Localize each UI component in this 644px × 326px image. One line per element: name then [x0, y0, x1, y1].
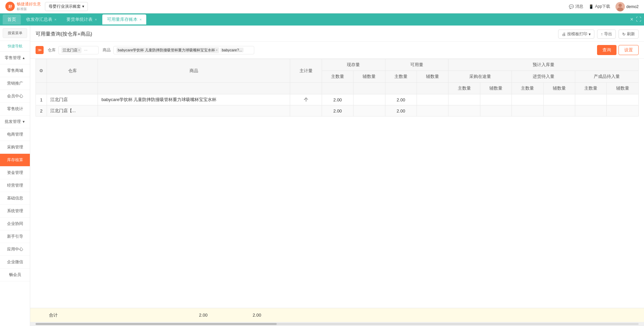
tab-receive-summary[interactable]: 收发存汇总表 ×	[21, 14, 61, 25]
col-production-main: 主数量	[575, 83, 607, 94]
product-tag-1-remove[interactable]: ×	[216, 48, 218, 52]
logo-area: 好 畅捷通好生意 标准版	[5, 2, 41, 11]
sidebar-item-new-guide[interactable]: 新手引导	[0, 230, 30, 243]
tab-home[interactable]: 首页	[3, 14, 21, 25]
row-2-index: 2	[36, 105, 47, 117]
sidebar-item-changhui[interactable]: 畅会员	[0, 269, 30, 281]
sidebar-item-purchase-mgmt[interactable]: 采购管理	[0, 141, 30, 154]
col-product: 商品	[98, 59, 290, 83]
sidebar-item-operations[interactable]: 经营管理	[0, 179, 30, 192]
sidebar-item-enterprise-label: 企业协同	[7, 221, 23, 227]
nav-controls: × ⛶	[630, 16, 644, 22]
warehouse-tag-value: 江北门店	[63, 48, 77, 53]
row-2-warehouse: 江北门店【...	[47, 105, 98, 117]
sidebar-item-purchase-mgmt-label: 采购管理	[7, 144, 23, 150]
sidebar-item-inventory[interactable]: 库存核算	[0, 154, 30, 167]
app-icon: 📱	[589, 4, 594, 9]
sidebar-item-marketing-label: 营销推广	[7, 81, 23, 86]
sidebar-item-app-center[interactable]: 应用中心	[0, 243, 30, 256]
message-button[interactable]: 💬 消息	[569, 4, 583, 9]
sidebar-item-wholesale-mgmt[interactable]: 批发管理 ▼	[0, 115, 30, 128]
product-filter-input[interactable]: babycare学饮杯 儿童防摔防撞吸管杯重力球吸嘴杯宝宝水杯 × babyca…	[113, 46, 254, 54]
col-warehouse-sub	[47, 83, 98, 94]
tab-receive-summary-close[interactable]: ×	[54, 17, 56, 21]
scroll-bar-thumb[interactable]	[36, 323, 277, 325]
industry-name: 母婴行业演示账套	[49, 4, 81, 9]
top-bar-left: 好 畅捷通好生意 标准版 母婴行业演示账套 ▾	[5, 2, 88, 11]
print-label: 按模板打印	[567, 31, 587, 37]
row-1-production-main	[575, 94, 607, 105]
row-2-main-unit	[290, 105, 322, 117]
col-product-sub	[98, 83, 290, 94]
filter-toggle-button[interactable]: ≫	[36, 46, 44, 54]
sidebar-item-enterprise-wx[interactable]: 企业微信	[0, 256, 30, 269]
sidebar-item-retail-mgmt[interactable]: 零售管理 ▲	[0, 52, 30, 64]
col-available-main: 主数量	[385, 71, 417, 83]
settings-button[interactable]: 设置	[619, 45, 639, 55]
product-filter-group: 商品 babycare学饮杯 儿童防摔防撞吸管杯重力球吸嘴杯宝宝水杯 × bab…	[103, 46, 254, 54]
sidebar-item-retail-mall[interactable]: 零售商城	[0, 64, 30, 77]
product-tag-1: babycare学饮杯 儿童防摔防撞吸管杯重力球吸嘴杯宝宝水杯 ×	[116, 47, 219, 53]
col-purchase-transit: 采购在途量	[448, 71, 512, 83]
col-current-stock: 现存量	[322, 59, 385, 71]
expand-button[interactable]: ⛶	[636, 16, 641, 22]
refresh-icon: ↻	[622, 32, 626, 37]
query-button[interactable]: 查询	[597, 45, 616, 55]
row-2-current-main: 2.00	[322, 105, 353, 117]
chevron-icon: ▲	[22, 56, 25, 60]
tab-order-stats[interactable]: 要货单统计表 ×	[62, 14, 101, 25]
export-label: 导出	[604, 31, 612, 37]
username: demo2	[626, 4, 639, 9]
sidebar-item-member-center[interactable]: 会员中心	[0, 90, 30, 103]
warehouse-filter-input[interactable]: 江北门店 × ···	[58, 46, 99, 54]
industry-selector[interactable]: 母婴行业演示账套 ▾	[45, 2, 88, 11]
row-1-incoming-aux	[543, 94, 575, 105]
tab-available-inventory-close[interactable]: ×	[140, 17, 142, 21]
sidebar-item-basic-info[interactable]: 基础信息	[0, 192, 30, 205]
warehouse-tag-remove[interactable]: ×	[78, 48, 80, 52]
warehouse-more-icon[interactable]: ···	[83, 48, 89, 52]
row-2-product	[98, 105, 290, 117]
sidebar-item-enterprise-wx-label: 企业微信	[7, 259, 23, 265]
app-download-button[interactable]: 📱 App下载	[589, 4, 610, 9]
refresh-button[interactable]: ↻ 刷新	[619, 30, 639, 39]
filter-bar: ≫ 仓库 江北门店 × ··· 商品 babycare	[30, 42, 644, 59]
sidebar-item-retail-mall-label: 零售商城	[7, 68, 23, 74]
quick-nav-button[interactable]: 快捷导航	[0, 41, 30, 52]
close-tab-button[interactable]: ×	[630, 16, 633, 22]
export-button[interactable]: ↑ 导出	[597, 30, 616, 39]
sidebar-item-enterprise[interactable]: 企业协同	[0, 218, 30, 230]
row-1-main-unit: 个	[290, 94, 322, 105]
tab-order-stats-close[interactable]: ×	[95, 17, 97, 21]
message-icon: 💬	[569, 4, 574, 9]
row-2-available-main: 2.00	[385, 105, 417, 117]
sidebar-item-marketing[interactable]: 营销推广	[0, 77, 30, 90]
search-menu-button[interactable]: 搜索菜单	[3, 28, 27, 38]
chevron-icon-2: ▼	[22, 120, 25, 124]
scroll-bar-track[interactable]	[36, 323, 639, 325]
table-row: 2 江北门店【... 2.00 2.00	[36, 105, 639, 117]
col-settings-sub	[36, 83, 47, 94]
scroll-bar-wrap	[30, 322, 644, 326]
sidebar-item-ecommerce-label: 电商管理	[7, 132, 23, 137]
nav-tabs: 首页 收发存汇总表 × 要货单统计表 × 可用量库存账本 × × ⛶	[0, 13, 644, 26]
product-tag-2: babycare?...	[220, 48, 244, 52]
sidebar-item-retail-stats[interactable]: 零售统计	[0, 103, 30, 115]
sidebar-item-system-mgmt[interactable]: 系统管理	[0, 205, 30, 218]
print-button[interactable]: 🖨 按模板打印 ▾	[558, 30, 594, 39]
col-warehouse: 仓库	[47, 59, 98, 83]
content-area: 可用量查询(按仓库+商品) 🖨 按模板打印 ▾ ↑ 导出 ↻ 刷新	[30, 26, 644, 326]
tab-receive-summary-label: 收发存汇总表	[26, 16, 52, 22]
tab-available-inventory[interactable]: 可用量库存账本 ×	[102, 14, 146, 25]
col-main-unit: 主计量	[290, 59, 322, 83]
col-settings[interactable]: ⚙	[36, 59, 47, 83]
col-available-qty: 可用量	[385, 59, 448, 71]
sidebar-item-ecommerce[interactable]: 电商管理	[0, 128, 30, 141]
product-tag-2-value: babycare?...	[222, 48, 242, 52]
sidebar-item-finance[interactable]: 资金管理	[0, 167, 30, 179]
footer-label: 合计	[46, 312, 76, 318]
row-1-product: babycare学饮杯 儿童防摔防撞吸管杯重力球吸嘴杯宝宝水杯	[98, 94, 290, 105]
chevron-down-icon: ▾	[82, 4, 84, 9]
user-area[interactable]: demo2	[615, 2, 639, 11]
col-current-aux-sub	[354, 83, 385, 94]
